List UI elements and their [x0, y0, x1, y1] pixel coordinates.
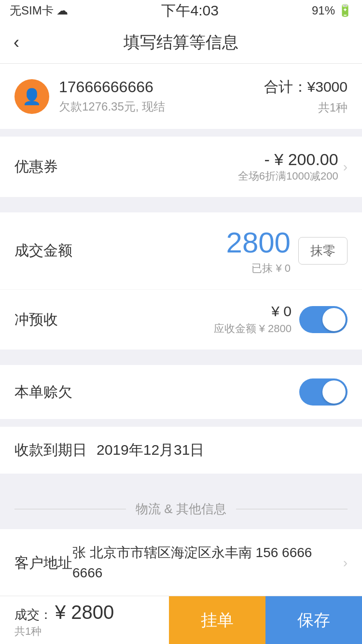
nav-bar: ‹ 填写结算等信息	[0, 21, 362, 64]
back-button[interactable]: ‹	[14, 32, 19, 53]
deal-amount-right: 2800 已抹 ¥ 0 抹零	[226, 226, 348, 276]
logistics-label: 物流 & 其他信息	[136, 501, 226, 518]
user-info: 17666666666 欠款1276.35元, 现结	[59, 78, 165, 114]
sim-status: 无SIM卡 ☁	[10, 3, 68, 18]
debt-right	[299, 378, 348, 406]
deal-amount-label: 成交金额	[14, 241, 72, 261]
coupon-desc: 全场6折满1000减200	[238, 169, 338, 183]
prepaid-toggle[interactable]	[299, 306, 348, 333]
bottom-deal-amount: ¥ 2800	[55, 602, 114, 623]
due-date-value: 2019年12月31日	[97, 440, 204, 460]
coupon-label: 优惠券	[14, 157, 58, 177]
debt-toggle[interactable]	[299, 378, 348, 406]
order-count: 共1种	[264, 100, 348, 115]
debt-label: 本单赊欠	[14, 382, 72, 402]
avatar: 👤	[14, 79, 49, 114]
bottom-deal-label: 成交：	[14, 606, 52, 623]
prepaid-label: 冲预收	[14, 310, 58, 330]
prepaid-row: 冲预收 ¥ 0 应收金额 ¥ 2800	[0, 290, 362, 350]
address-value: 张 北京市市辖区海淀区永丰南 156 6666 6666	[72, 543, 343, 583]
address-label: 客户地址	[14, 553, 72, 573]
sep-line-left	[14, 509, 126, 509]
erased-text: 已抹 ¥ 0	[226, 261, 291, 276]
content: 👤 17666666666 欠款1276.35元, 现结 合计：¥3000 共1…	[0, 64, 362, 644]
user-debt: 欠款1276.35元, 现结	[59, 99, 165, 114]
deal-amount-value: 2800	[226, 226, 291, 259]
deal-amount-col: 2800 已抹 ¥ 0	[226, 226, 291, 276]
prepaid-amount-col: ¥ 0 应收金额 ¥ 2800	[214, 303, 292, 336]
address-chevron-icon: ›	[343, 555, 348, 571]
coupon-right: - ¥ 200.00 全场6折满1000减200 ›	[238, 150, 348, 183]
prepaid-right: ¥ 0 应收金额 ¥ 2800	[214, 303, 348, 336]
section-divider-2	[0, 357, 362, 365]
order-total: 合计：¥3000	[264, 77, 348, 97]
save-button[interactable]: 保存	[265, 596, 362, 644]
prepaid-amount: ¥ 0	[214, 303, 292, 320]
hang-order-button[interactable]: 挂单	[169, 596, 265, 644]
user-phone: 17666666666	[59, 78, 165, 96]
due-date-row: 收款到期日 2019年12月31日	[0, 427, 362, 474]
page-title: 填写结算等信息	[124, 31, 238, 54]
user-card: 👤 17666666666 欠款1276.35元, 现结 合计：¥3000 共1…	[0, 64, 362, 129]
deal-amount-row: 成交金额 2800 已抹 ¥ 0 抹零	[0, 212, 362, 290]
avatar-icon: 👤	[22, 87, 42, 106]
prepaid-sub: 应收金额 ¥ 2800	[214, 322, 292, 336]
section-divider-3	[0, 481, 362, 489]
round-button[interactable]: 抹零	[298, 237, 348, 265]
bottom-count: 共1种	[14, 624, 154, 639]
user-right: 合计：¥3000 共1种	[264, 77, 348, 115]
debt-row: 本单赊欠	[0, 365, 362, 419]
status-right: 91% 🔋	[312, 4, 352, 17]
status-left: 无SIM卡 ☁	[10, 3, 68, 18]
battery-text: 91%	[312, 4, 335, 17]
due-date-label: 收款到期日	[14, 440, 87, 460]
coupon-row[interactable]: 优惠券 - ¥ 200.00 全场6折满1000减200 ›	[0, 137, 362, 197]
debt-section: 本单赊欠	[0, 365, 362, 419]
deal-section: 成交金额 2800 已抹 ¥ 0 抹零 冲预收 ¥ 0 应收金额 ¥ 2800	[0, 212, 362, 350]
battery-icon: 🔋	[338, 4, 352, 17]
address-row[interactable]: 客户地址 张 北京市市辖区海淀区永丰南 156 6666 6666 ›	[0, 529, 362, 597]
user-left: 👤 17666666666 欠款1276.35元, 现结	[14, 78, 165, 114]
status-time: 下午4:03	[161, 1, 218, 21]
sep-line-right	[236, 509, 348, 509]
bottom-bar: 成交： ¥ 2800 共1种 挂单 保存	[0, 596, 362, 644]
section-divider-1	[0, 205, 362, 212]
coupon-amount: - ¥ 200.00	[238, 150, 338, 169]
logistics-separator: 物流 & 其他信息	[0, 489, 362, 529]
status-bar: 无SIM卡 ☁ 下午4:03 91% 🔋	[0, 0, 362, 21]
bottom-left: 成交： ¥ 2800 共1种	[0, 602, 169, 639]
coupon-chevron-icon: ›	[343, 159, 348, 175]
